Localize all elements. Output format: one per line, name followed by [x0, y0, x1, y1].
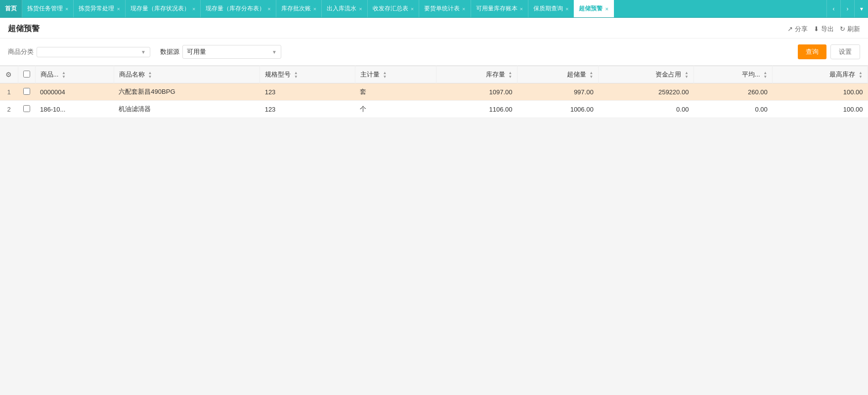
cell-spec: 123	[260, 101, 355, 118]
nav-tab-inventory-dist[interactable]: 现存量（库存分布表） ×	[201, 0, 276, 17]
gear-icon[interactable]: ⚙	[5, 71, 12, 79]
cell-avg: 260.00	[694, 83, 772, 101]
th-spec[interactable]: 规格型号 ▲▼	[260, 66, 355, 83]
share-icon: ↗	[787, 25, 793, 33]
refresh-label: 刷新	[847, 25, 860, 34]
nav-tab-collect-summary[interactable]: 收发存汇总表 ×	[368, 0, 419, 17]
nav-tab-close[interactable]: ×	[117, 6, 120, 12]
nav-tab-label: 可用量库存账本	[476, 4, 518, 13]
set-button[interactable]: 设置	[830, 44, 860, 59]
nav-tab-task-mgmt[interactable]: 拣货任务管理 ×	[22, 0, 74, 17]
sort-icon: ▲▼	[294, 71, 298, 79]
th-avg-label: 平均...	[742, 71, 760, 78]
th-overstock[interactable]: 超储量 ▲▼	[518, 66, 599, 83]
nav-tab-label: 保质期查询	[533, 4, 563, 13]
cell-unit: 个	[355, 101, 436, 118]
row-number: 1	[0, 83, 18, 101]
th-max-stock-label: 最高库存	[829, 71, 855, 78]
query-button[interactable]: 查询	[798, 44, 826, 59]
table-header-row: ⚙ 商品... ▲▼ 商品名称 ▲▼ 规格型号 ▲▼	[0, 66, 868, 83]
cell-max-stock: 100.00	[773, 83, 868, 101]
th-stock[interactable]: 库存量 ▲▼	[436, 66, 517, 83]
cell-product-name: 机油滤清器	[114, 101, 260, 118]
nav-tab-label: 要货单统计表	[424, 4, 460, 13]
nav-tab-close[interactable]: ×	[313, 6, 316, 12]
cell-overstock: 997.00	[518, 83, 599, 101]
cell-capital: 259220.00	[599, 83, 694, 101]
cell-product-name: 六配套新昌490BPG	[114, 83, 260, 101]
row-number: 2	[0, 101, 18, 118]
share-button[interactable]: ↗ 分享	[787, 25, 808, 34]
nav-tab-close[interactable]: ×	[520, 6, 523, 12]
nav-tab-quality-check[interactable]: 保质期查询 ×	[528, 0, 574, 17]
table-wrapper: ⚙ 商品... ▲▼ 商品名称 ▲▼ 规格型号 ▲▼	[0, 66, 868, 118]
th-product-code[interactable]: 商品... ▲▼	[35, 66, 114, 83]
nav-tab-label: 现存量（库存分布表）	[206, 4, 265, 13]
th-spec-label: 规格型号	[265, 71, 291, 78]
nav-tab-label: 超储预警	[579, 4, 603, 13]
th-stock-label: 库存量	[486, 71, 505, 78]
export-icon: ⬇	[814, 25, 819, 33]
nav-tab-close[interactable]: ×	[605, 6, 608, 12]
cell-max-stock: 100.00	[773, 101, 868, 118]
refresh-icon: ↻	[840, 25, 845, 33]
top-navigation: 首页 拣货任务管理 × 拣货异常处理 × 现存量（库存状况表） × 现存量（库存…	[0, 0, 868, 18]
cell-product-code: 186-10...	[35, 101, 114, 118]
table-body: 1 0000004 六配套新昌490BPG 123 套 1097.00 997.…	[0, 83, 868, 118]
nav-tab-overstock-warning[interactable]: 超储预警 ×	[574, 0, 613, 17]
row-checkbox[interactable]	[23, 105, 30, 112]
chevron-down-icon: ▼	[141, 49, 146, 55]
main-content: 超储预警 ↗ 分享 ⬇ 导出 ↻ 刷新 商品分类 ▼ 数据源	[0, 18, 868, 118]
datasource-select[interactable]: 可用量 ▼	[182, 45, 281, 59]
nav-arrow-right[interactable]: ›	[840, 0, 854, 17]
nav-tab-inventory-status[interactable]: 现存量（库存状况表） ×	[126, 0, 201, 17]
nav-tab-close[interactable]: ×	[565, 6, 568, 12]
cell-stock: 1106.00	[436, 101, 517, 118]
select-all-checkbox[interactable]	[23, 71, 30, 78]
nav-tab-close[interactable]: ×	[192, 6, 195, 12]
nav-arrow-menu[interactable]: ▾	[854, 0, 868, 17]
refresh-button[interactable]: ↻ 刷新	[840, 25, 860, 34]
datasource-filter: 数据源 可用量 ▼	[160, 45, 281, 59]
nav-tab-label: 收发存汇总表	[373, 4, 408, 13]
sort-icon: ▲▼	[685, 71, 689, 79]
nav-tab-close[interactable]: ×	[359, 6, 362, 12]
nav-tab-close[interactable]: ×	[267, 6, 270, 12]
data-table: ⚙ 商品... ▲▼ 商品名称 ▲▼ 规格型号 ▲▼	[0, 66, 868, 118]
share-label: 分享	[795, 25, 808, 34]
nav-tab-inout-flow[interactable]: 出入库流水 ×	[322, 0, 367, 17]
row-checkbox-cell	[18, 101, 35, 118]
sort-icon: ▲▼	[62, 71, 66, 79]
filter-area: 商品分类 ▼ 数据源 可用量 ▼ 查询 设置	[0, 39, 868, 66]
cell-avg: 0.00	[694, 101, 772, 118]
th-product-name[interactable]: 商品名称 ▲▼	[114, 66, 260, 83]
nav-tab-close[interactable]: ×	[65, 6, 68, 12]
sort-icon: ▲▼	[859, 71, 863, 79]
cell-product-code: 0000004	[35, 83, 114, 101]
nav-tab-order-stats[interactable]: 要货单统计表 ×	[419, 0, 471, 17]
nav-tab-close[interactable]: ×	[462, 6, 465, 12]
nav-tab-available-account[interactable]: 可用量库存账本 ×	[471, 0, 528, 17]
th-capital[interactable]: 资金占用 ▲▼	[599, 66, 694, 83]
th-avg[interactable]: 平均... ▲▼	[694, 66, 772, 83]
nav-tab-home[interactable]: 首页	[0, 0, 22, 17]
nav-tab-batch-account[interactable]: 库存批次账 ×	[276, 0, 322, 17]
sort-icon: ▲▼	[383, 71, 387, 79]
nav-tab-label: 库存批次账	[281, 4, 311, 13]
nav-arrow-left[interactable]: ‹	[826, 0, 840, 17]
th-product-code-label: 商品...	[41, 71, 59, 78]
sort-icon: ▲▼	[763, 71, 767, 79]
sort-icon: ▲▼	[508, 71, 512, 79]
nav-tab-close[interactable]: ×	[411, 6, 414, 12]
table-row: 1 0000004 六配套新昌490BPG 123 套 1097.00 997.…	[0, 83, 868, 101]
datasource-label: 数据源	[160, 47, 179, 56]
th-unit[interactable]: 主计量 ▲▼	[355, 66, 436, 83]
header-actions: ↗ 分享 ⬇ 导出 ↻ 刷新	[787, 25, 860, 34]
th-max-stock[interactable]: 最高库存 ▲▼	[773, 66, 868, 83]
row-checkbox[interactable]	[23, 88, 30, 95]
nav-tab-abnormal[interactable]: 拣货异常处理 ×	[74, 0, 125, 17]
export-button[interactable]: ⬇ 导出	[814, 25, 834, 34]
th-product-name-label: 商品名称	[119, 71, 145, 78]
product-category-select[interactable]: ▼	[37, 47, 150, 57]
sort-icon: ▲▼	[148, 71, 152, 79]
